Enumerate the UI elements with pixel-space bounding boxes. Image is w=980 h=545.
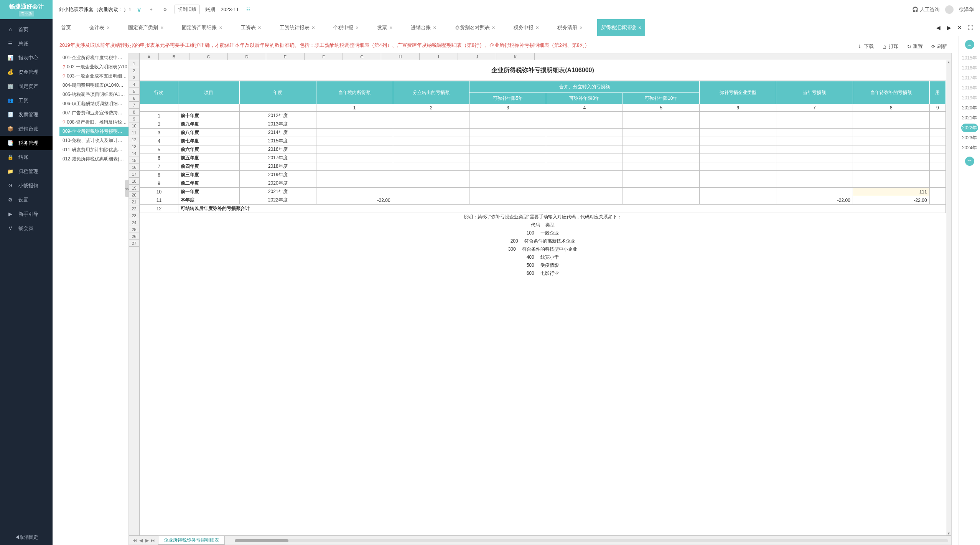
row-header[interactable]: 13 xyxy=(129,143,139,150)
nav-item-2[interactable]: 📊报表中心 xyxy=(0,51,53,65)
doc-item-10[interactable]: 011-研发费用加计扣除优惠… xyxy=(59,145,128,154)
row-header[interactable]: 24 xyxy=(129,219,139,226)
doc-item-5[interactable]: 006-职工薪酬纳税调整明细… xyxy=(59,99,128,108)
collapse-handle-icon[interactable]: ≪ xyxy=(125,180,129,197)
close-icon[interactable]: × xyxy=(356,25,359,31)
row-header[interactable]: 9 xyxy=(129,116,139,122)
nav-item-4[interactable]: 🏢固定资产 xyxy=(0,79,53,93)
close-icon[interactable]: × xyxy=(580,25,583,31)
row-header[interactable]: 8 xyxy=(129,109,139,116)
tab-11[interactable]: 税务清册× xyxy=(553,19,586,36)
doc-item-1[interactable]: ?002-一般企业收入明细表(A10… xyxy=(59,62,128,71)
row-header[interactable]: 4 xyxy=(129,81,139,88)
nav-item-7[interactable]: 📦进销台账 xyxy=(0,122,53,136)
nav-item-1[interactable]: ☰总账 xyxy=(0,36,53,51)
tab-2[interactable]: 固定资产类别× xyxy=(124,19,167,36)
col-header[interactable]: A xyxy=(140,53,159,60)
row-header[interactable]: 5 xyxy=(129,88,139,95)
row-header[interactable]: 6 xyxy=(129,95,139,102)
col-header[interactable]: H xyxy=(381,53,420,60)
row-header[interactable]: 23 xyxy=(129,212,139,219)
v-scrollbar[interactable]: ▲ ▼ xyxy=(946,60,951,535)
row-header[interactable]: 2 xyxy=(129,67,139,74)
tab-7[interactable]: 发票× xyxy=(373,19,396,36)
avatar[interactable] xyxy=(945,5,954,14)
sheet-first-icon[interactable]: ⏮ xyxy=(132,538,137,543)
year-item[interactable]: 2021年 xyxy=(961,114,978,122)
tab-9[interactable]: 存货别名对照表× xyxy=(451,19,499,36)
fullscreen-icon[interactable]: ⛶ xyxy=(965,23,975,33)
doc-item-4[interactable]: 005-纳税调整项目明细表(A1… xyxy=(59,90,128,99)
nav-item-6[interactable]: 🧾发票管理 xyxy=(0,107,53,122)
row-header[interactable]: 17 xyxy=(129,171,139,178)
tab-10[interactable]: 税务申报× xyxy=(510,19,543,36)
doc-item-3[interactable]: 004-期间费用明细表(A1040… xyxy=(59,81,128,90)
col-header[interactable]: E xyxy=(266,53,305,60)
close-icon[interactable]: × xyxy=(107,25,110,31)
year-item[interactable]: 2024年 xyxy=(961,144,978,152)
close-icon[interactable]: × xyxy=(492,25,495,31)
sheet-tab[interactable]: 企业所得税弥补亏损明细表 xyxy=(158,536,225,545)
period-value[interactable]: 2023-11 xyxy=(221,7,239,12)
switch-old-button[interactable]: 切到旧版 xyxy=(175,5,200,14)
row-header[interactable]: 10 xyxy=(129,122,139,129)
tab-12[interactable]: 所得税汇算清缴× xyxy=(597,19,645,36)
nav-item-9[interactable]: 🔒结账 xyxy=(0,150,53,164)
tab-0[interactable]: 首页 xyxy=(57,19,75,36)
scroll-down-icon[interactable]: ▼ xyxy=(947,532,950,535)
refresh-button[interactable]: ⟳刷新 xyxy=(931,43,947,50)
account-name[interactable]: 刘小艳演示账套（勿删勿动！）1 xyxy=(59,6,131,13)
tab-1[interactable]: 会计表× xyxy=(86,19,114,36)
nav-item-5[interactable]: 👥工资 xyxy=(0,93,53,107)
doc-item-8[interactable]: 009-企业所得税弥补亏损明… xyxy=(59,127,128,136)
unpin-button[interactable]: ◀取消固定 xyxy=(0,530,53,545)
row-header[interactable]: 20 xyxy=(129,192,139,198)
row-header[interactable]: 7 xyxy=(129,102,139,109)
col-header[interactable]: B xyxy=(159,53,189,60)
grid[interactable]: 企业所得税弥补亏损明细表(A106000) 行次项目年度当年境内所得额分立转出的… xyxy=(140,60,946,535)
row-header[interactable]: 1 xyxy=(129,60,139,67)
row-header[interactable]: 21 xyxy=(129,198,139,205)
h-scrollbar[interactable] xyxy=(235,538,948,543)
col-header[interactable]: J xyxy=(458,53,496,60)
consult-button[interactable]: 🎧人工咨询 xyxy=(912,6,940,13)
row-header[interactable]: 12 xyxy=(129,136,139,143)
doc-item-7[interactable]: ?008-资产折旧、摊销及纳税… xyxy=(59,117,128,127)
close-icon[interactable]: × xyxy=(433,25,436,31)
sheet-last-icon[interactable]: ⏭ xyxy=(150,538,156,543)
doc-item-6[interactable]: 007-广告费和业务宣传费跨… xyxy=(59,108,128,117)
tabs-next-icon[interactable]: ▶ xyxy=(944,23,954,33)
row-header[interactable]: 22 xyxy=(129,205,139,212)
close-icon[interactable]: × xyxy=(258,25,261,31)
nav-item-11[interactable]: G小畅报销 xyxy=(0,178,53,193)
tab-5[interactable]: 工资统计报表× xyxy=(276,19,319,36)
col-header[interactable]: K xyxy=(496,53,535,60)
doc-item-0[interactable]: 001-企业所得税年度纳税申… xyxy=(59,53,128,62)
year-down-icon[interactable]: ︾ xyxy=(965,157,974,166)
close-icon[interactable]: × xyxy=(219,25,222,31)
calendar-icon[interactable]: ☷ xyxy=(244,5,253,14)
sheet-prev-icon[interactable]: ◀ xyxy=(138,538,143,543)
year-item[interactable]: 2022年 xyxy=(961,124,978,132)
tab-6[interactable]: 个税申报× xyxy=(329,19,362,36)
close-icon[interactable]: × xyxy=(536,25,539,31)
close-icon[interactable]: × xyxy=(638,25,641,31)
row-header[interactable]: 14 xyxy=(129,150,139,157)
year-up-icon[interactable]: ︽ xyxy=(965,40,974,49)
scroll-thumb[interactable] xyxy=(235,539,288,542)
close-icon[interactable]: × xyxy=(389,25,392,31)
add-icon[interactable]: ＋ xyxy=(147,5,155,14)
nav-item-8[interactable]: 📑税务管理 xyxy=(0,136,53,150)
col-header[interactable]: D xyxy=(228,53,266,60)
tabs-close-all-icon[interactable]: ✕ xyxy=(955,23,965,33)
row-header[interactable]: 27 xyxy=(129,240,139,247)
row-header[interactable]: 16 xyxy=(129,164,139,171)
row-header[interactable]: 26 xyxy=(129,233,139,240)
tabs-prev-icon[interactable]: ◀ xyxy=(933,23,943,33)
nav-item-14[interactable]: V畅会员 xyxy=(0,221,53,235)
doc-item-2[interactable]: ?003-一般企业成本支出明细… xyxy=(59,71,128,81)
scroll-up-icon[interactable]: ▲ xyxy=(947,60,950,64)
tab-3[interactable]: 固定资产明细账× xyxy=(178,19,226,36)
col-header[interactable]: C xyxy=(189,53,228,60)
download-button[interactable]: ⭳下载 xyxy=(857,43,874,50)
